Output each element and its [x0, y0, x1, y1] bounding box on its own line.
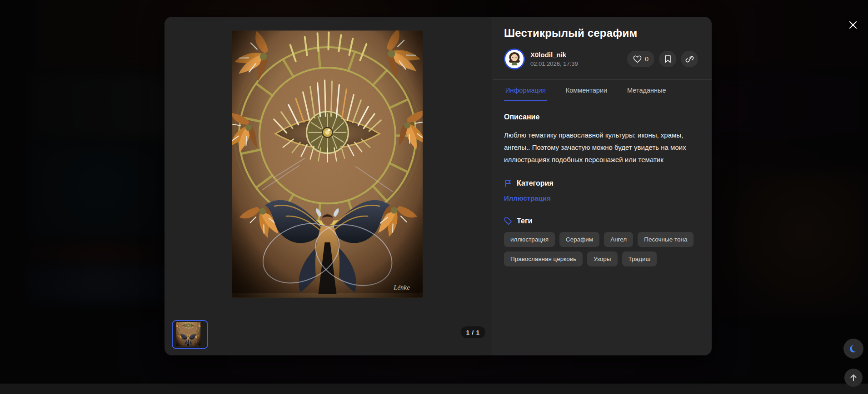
close-button[interactable]: [843, 15, 863, 35]
arrow-up-icon: [849, 373, 858, 382]
publish-date: 02.01.2026, 17:39: [530, 60, 578, 67]
tag-chip[interactable]: Песочные тона: [638, 232, 693, 247]
tags-section: Теги иллюстрация Серафим Ангел Песочные …: [504, 217, 698, 266]
bookmark-icon: [664, 55, 671, 63]
tag-chip[interactable]: Ангел: [604, 232, 633, 247]
info-panel: Шестикрылый серафим X0lodil_n: [493, 17, 712, 355]
close-icon: [848, 20, 858, 30]
like-button[interactable]: 0: [627, 51, 654, 67]
tag-chip[interactable]: Узоры: [587, 251, 618, 266]
link-icon: [685, 55, 694, 64]
like-count: 0: [645, 55, 649, 63]
tag-chip[interactable]: Православная церковь: [504, 251, 583, 266]
image-viewer: 1 / 1: [165, 17, 493, 355]
tag-chip[interactable]: Серафим: [559, 232, 599, 247]
tag-chip[interactable]: иллюстрация: [504, 232, 555, 247]
heart-icon: [633, 55, 642, 63]
moon-icon: [848, 344, 858, 354]
page: Lénke 1 / 1 Шестикрылый серафим: [0, 0, 868, 394]
tags-heading: Теги: [517, 217, 532, 225]
author-avatar[interactable]: [504, 49, 525, 69]
page-counter: 1 / 1: [461, 326, 485, 338]
tag-chips: иллюстрация Серафим Ангел Песочные тона …: [504, 232, 698, 266]
theme-toggle-button[interactable]: [843, 339, 863, 359]
tab-comments[interactable]: Комментарии: [564, 80, 609, 101]
thumbnail-selected[interactable]: [172, 320, 208, 349]
tag-icon: [504, 217, 512, 225]
description-text: Люблю тематику православной культуры: ик…: [504, 129, 695, 166]
scroll-top-button[interactable]: [844, 369, 863, 387]
thumbnail-image: [174, 322, 206, 347]
tab-bar: Информация Комментарии Метаданные: [493, 79, 712, 101]
description-heading: Описание: [504, 113, 698, 121]
artwork-title: Шестикрылый серафим: [504, 27, 698, 39]
category-heading: Категория: [517, 179, 554, 187]
artwork-image[interactable]: [232, 30, 423, 298]
tab-metadata[interactable]: Метаданные: [626, 80, 667, 101]
category-section: Категория Иллюстрация: [504, 179, 698, 202]
author-row: X0lodil_nik 02.01.2026, 17:39 0: [504, 49, 698, 69]
author-name[interactable]: X0lodil_nik: [530, 51, 578, 59]
share-link-button[interactable]: [681, 51, 698, 67]
avatar-image: [505, 50, 524, 68]
tag-chip[interactable]: Традиш: [622, 251, 657, 266]
flag-icon: [504, 179, 512, 187]
bookmark-button[interactable]: [659, 51, 676, 67]
category-link[interactable]: Иллюстрация: [504, 194, 551, 202]
action-buttons: 0: [627, 51, 698, 67]
tab-information[interactable]: Информация: [504, 80, 547, 101]
artwork-modal: 1 / 1 Шестикрылый серафим: [165, 17, 712, 355]
